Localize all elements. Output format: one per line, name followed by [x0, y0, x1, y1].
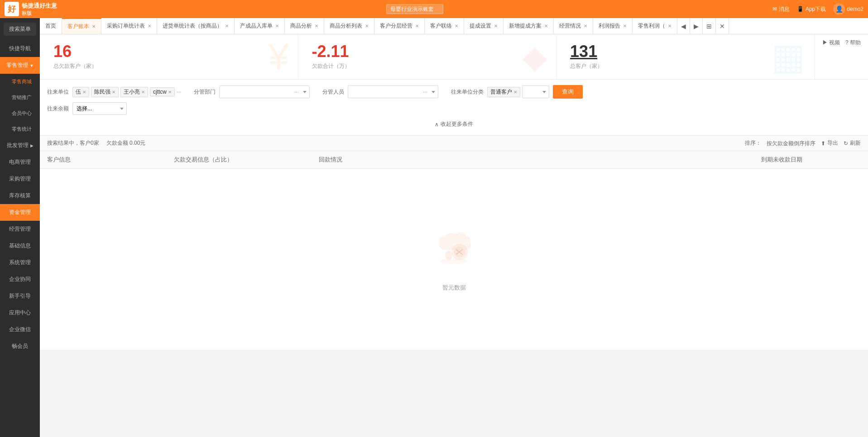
tab-profit-report[interactable]: 利润报告 ✕: [593, 18, 633, 34]
sidebar-item-retail-stats[interactable]: 零售统计: [0, 121, 40, 137]
tab-submit-settings[interactable]: 提成设置 ✕: [464, 18, 504, 34]
sidebar-item-ecommerce-mgmt[interactable]: 电商管理: [0, 154, 40, 171]
person-select-more-btn[interactable]: ···: [423, 89, 427, 95]
remove-tag-normal-customer[interactable]: ✕: [513, 90, 517, 95]
close-tab-purchase-order[interactable]: ✕: [148, 24, 151, 28]
close-tab-submit-settings[interactable]: ✕: [494, 24, 498, 28]
close-tab-product-analysis-list[interactable]: ✕: [365, 24, 369, 28]
search-button[interactable]: 查询: [553, 85, 583, 99]
tab-new-solution[interactable]: 新增提成方案 ✕: [504, 18, 554, 34]
user-menu-btn[interactable]: 👤 demo2: [833, 3, 863, 15]
tab-close-all-btn[interactable]: ✕: [716, 18, 729, 34]
main-content: ¥ 16 总欠款客户（家） ◆ -2.11 欠款合计（万）: [40, 34, 868, 437]
dept-filter-label: 分管部门: [194, 88, 216, 96]
stat-bg-icon-3: ▦: [771, 36, 806, 78]
search-menu-btn[interactable]: 搜索菜单: [4, 23, 36, 36]
tab-prev-btn[interactable]: ◀: [677, 18, 690, 34]
export-btn[interactable]: ⬆ 导出: [821, 139, 838, 147]
close-tab-product-analysis[interactable]: ✕: [315, 24, 318, 28]
sidebar-item-purchase-mgmt[interactable]: 采购管理: [0, 171, 40, 187]
sidebar-item-ops-mgmt[interactable]: 经营管理: [0, 221, 40, 238]
collapse-filter-btn[interactable]: ∧ 收起更多条件: [429, 119, 479, 130]
refresh-icon: ↻: [844, 140, 848, 147]
svg-point-0: [441, 258, 468, 264]
message-icon: ✉: [772, 6, 777, 12]
close-tab-ops-status[interactable]: ✕: [584, 24, 587, 28]
tab-product-analysis[interactable]: 商品分析 ✕: [285, 18, 324, 34]
stat-number-overdue-amount: -2.11: [312, 43, 350, 60]
sidebar-item-retail-mgmt[interactable]: 零售管理 ▼: [0, 57, 40, 74]
tab-customer-segment[interactable]: 客户分层经营 ✕: [374, 18, 425, 34]
filter-tag-wu: 伍 ✕: [72, 87, 89, 97]
remove-tag-chen[interactable]: ✕: [112, 90, 115, 95]
sidebar-item-new-guide[interactable]: 新手引导: [0, 288, 40, 304]
tab-incoming-stats[interactable]: 进货单统计表（按商品） ✕: [157, 18, 235, 34]
sidebar-item-enterprise-collab[interactable]: 企业协同: [0, 271, 40, 288]
remove-tag-cjttcw[interactable]: ✕: [168, 90, 172, 95]
sidebar-item-vip-member[interactable]: 畅会员: [0, 338, 40, 355]
tab-home[interactable]: 首页: [40, 18, 62, 34]
sidebar-item-sys-mgmt[interactable]: 系统管理: [0, 254, 40, 271]
sidebar-item-member-center[interactable]: 会员中心: [0, 105, 40, 121]
more-company-tags-btn[interactable]: ···: [177, 89, 181, 95]
filter-tag-chen: 陈民强 ✕: [91, 87, 119, 97]
sidebar-item-basic-info[interactable]: 基础信息: [0, 238, 40, 254]
messages-btn[interactable]: ✉ 消息: [772, 5, 790, 13]
overdue-amount-text: 欠款金额 0.00元: [106, 139, 146, 147]
sidebar-item-finance-mgmt[interactable]: 资金管理: [0, 204, 40, 221]
dept-select-wrap: ···: [219, 86, 310, 98]
close-tab-profit-report[interactable]: ✕: [623, 24, 627, 28]
stat-overdue-customers: ¥ 16 总欠款客户（家）: [40, 34, 298, 79]
chevron-right-icon: ▶: [30, 143, 34, 148]
sidebar-item-retail-mall[interactable]: 零售商城: [0, 74, 40, 90]
sidebar-item-inventory[interactable]: 库存核算: [0, 187, 40, 204]
account-dropdown[interactable]: 母婴行业演示账套: [386, 4, 443, 14]
avatar: 👤: [833, 3, 845, 15]
tab-expand-btn[interactable]: ⊞: [703, 18, 716, 34]
tab-retail-profit[interactable]: 零售利润（ ✕: [633, 18, 677, 34]
close-tab-customer-contact[interactable]: ✕: [455, 24, 458, 28]
collapse-icon: ∧: [435, 121, 439, 128]
close-tab-incoming-stats[interactable]: ✕: [225, 24, 229, 28]
tab-product-analysis-list[interactable]: 商品分析列表 ✕: [324, 18, 374, 34]
tab-product-inbound[interactable]: 产成品入库单 ✕: [235, 18, 285, 34]
remove-tag-wang[interactable]: ✕: [141, 90, 145, 95]
company-filter-label: 往来单位: [47, 88, 69, 96]
stat-number-total-customers: 131: [570, 43, 603, 60]
sort-select[interactable]: 按欠款金额倒序排序: [767, 140, 815, 147]
app-download-btn[interactable]: 📱 App下载: [797, 5, 826, 13]
tab-next-btn[interactable]: ▶: [690, 18, 703, 34]
tab-purchase-order[interactable]: 采购订单统计表 ✕: [101, 18, 157, 34]
stats-container: ¥ 16 总欠款客户（家） ◆ -2.11 欠款合计（万）: [40, 34, 868, 80]
tab-ops-status[interactable]: 经营情况 ✕: [554, 18, 593, 34]
empty-state-icon: [432, 227, 477, 276]
remove-tag-wu[interactable]: ✕: [82, 90, 86, 95]
sidebar-item-app-center[interactable]: 应用中心: [0, 304, 40, 321]
close-tab-customer-ledger[interactable]: ✕: [92, 24, 96, 29]
close-tab-customer-segment[interactable]: ✕: [415, 24, 419, 28]
person-filter-label: 分管人员: [322, 88, 344, 96]
sidebar-item-quick-nav[interactable]: 快捷导航: [0, 40, 40, 57]
close-tab-new-solution[interactable]: ✕: [544, 24, 548, 28]
top-bar: 好 畅捷通好生意 标版 母婴行业演示账套 ✉ 消息 📱 App下载 👤 demo…: [0, 0, 868, 18]
category-select[interactable]: [522, 86, 549, 98]
remainder-select[interactable]: 选择...: [72, 102, 127, 115]
tab-customer-ledger[interactable]: 客户账本 ✕: [62, 18, 101, 34]
close-tab-retail-profit[interactable]: ✕: [668, 24, 671, 28]
refresh-btn[interactable]: ↻ 刷新: [844, 139, 861, 147]
sidebar-item-enterprise-wechat[interactable]: 企业微信: [0, 321, 40, 338]
stat-label-overdue-customers: 总欠款客户（家）: [53, 62, 97, 70]
tab-customer-contact[interactable]: 客户联络 ✕: [425, 18, 464, 34]
dept-select-more-btn[interactable]: ···: [294, 89, 299, 95]
sidebar-item-wholesale-mgmt[interactable]: 批发管理 ▶: [0, 137, 40, 154]
sort-label: 排序：: [745, 139, 761, 147]
logo-subtitle: 标版: [22, 10, 57, 17]
sidebar-item-marketing[interactable]: 营销推广: [0, 90, 40, 105]
phone-icon: 📱: [797, 6, 804, 12]
text-help-btn[interactable]: ? 帮助: [845, 39, 861, 47]
video-help-btn[interactable]: ▶ 视频: [822, 39, 840, 47]
filter-tag-normal-customer: 普通客户 ✕: [487, 87, 520, 97]
filter-tag-cjttcw: cjttcw ✕: [150, 87, 175, 96]
logo-icon: 好: [5, 2, 19, 16]
close-tab-product-inbound[interactable]: ✕: [275, 24, 279, 28]
